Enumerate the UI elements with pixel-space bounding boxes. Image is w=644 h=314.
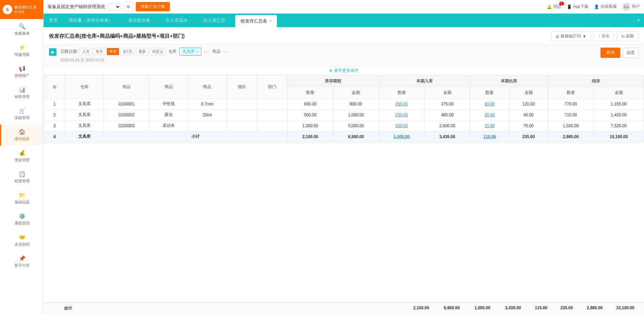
row-project — [227, 110, 257, 120]
subtotal-in-qty-link[interactable]: 1,000.00 — [394, 134, 410, 139]
export-button[interactable]: ↑ 导出 — [594, 31, 614, 41]
closing-group-header: 结存 — [548, 76, 644, 87]
sidebar-item-label: 库存核算 — [15, 136, 30, 142]
main-content: 装备及固定资产辅助管理系统 ⚙ 体验行业方案 🔔 消息 6 📱 App下载 — [44, 0, 644, 314]
opening-amt-header: 金额 — [333, 87, 379, 99]
footer-in-amt: 3,435.00 — [498, 305, 528, 311]
user-label: 用户 — [632, 4, 640, 10]
sidebar-item-operation[interactable]: 📋经营管理 — [0, 167, 43, 188]
notifications-badge: 6 — [559, 2, 564, 5]
sidebar-item-search[interactable]: 🔍搜索菜单 — [0, 19, 43, 40]
goods-more-button[interactable]: ··· — [223, 49, 229, 55]
sidebar-item-sales[interactable]: 📊销售管理 — [0, 82, 43, 103]
tab-close-icon[interactable]: × — [190, 18, 192, 23]
top-bar-right: 🔔 消息 6 📱 App下载 👤 在线客服 Ea 用户 — [547, 3, 640, 11]
tab-batch-account[interactable]: 库存批次账× — [123, 14, 160, 27]
print-template-label: 换模板打印 — [561, 33, 581, 39]
table-row: 1 文具库 0100001 中性笔 0.7mm 600.00 900.00 25… — [44, 99, 644, 110]
system-select[interactable] — [108, 3, 121, 11]
closing-qty-header: 数量 — [548, 87, 594, 99]
table-row: 3 文具库 0100003 采访本 1,000.00 5,000.00 520.… — [44, 120, 644, 131]
export-icon: ↑ — [598, 34, 600, 39]
settings-button[interactable]: ⚙ — [123, 2, 133, 12]
in-qty-link[interactable]: 520.00 — [395, 123, 408, 128]
row-opening-amt: 1,000.00 — [333, 110, 379, 120]
basic-icon: 📁 — [19, 192, 26, 198]
date-btn-本月[interactable]: 本月 — [93, 48, 105, 55]
sidebar-item-system[interactable]: ⚙️系统管理 — [0, 209, 43, 230]
query-button[interactable]: 查询 — [600, 48, 620, 58]
warehouse-more-button[interactable]: ··· — [204, 49, 210, 55]
row-closing-amt: 7,525.00 — [594, 120, 644, 131]
expand-conditions-button[interactable]: ▼ 展开更多条件 — [329, 68, 359, 73]
footer-closing-qty: 2,985.00 — [579, 305, 610, 311]
warehouse-tag: 文具库 × — [179, 48, 201, 55]
date-btn-更多[interactable]: 更多 — [136, 48, 148, 55]
sidebar-item-basic[interactable]: 📁基础信息 — [0, 188, 43, 209]
sidebar-item-purchase[interactable]: 🛒采购管理 — [0, 103, 43, 125]
warehouse-column-header: 仓库 — [65, 76, 104, 99]
warehouse-filter-label: 仓库 — [168, 49, 177, 54]
user-menu-button[interactable]: Ea 用户 — [622, 3, 640, 11]
date-btn-近7天[interactable]: 近7天 — [120, 48, 135, 55]
filter-bar: ▶ 记账日期 上月本月本年近7天更多自定义 仓库 文具库 × — [44, 44, 644, 66]
refresh-button[interactable]: ↻ 刷新 — [617, 31, 639, 41]
tab-inout-flow[interactable]: 出入库流水× — [160, 14, 198, 27]
notifications-button[interactable]: 🔔 消息 6 — [547, 4, 561, 10]
filter-toggle-button[interactable]: ▶ — [49, 48, 56, 56]
enterprise-icon: 🤝 — [19, 234, 26, 241]
date-buttons: 上月本月本年近7天更多自定义 — [80, 48, 166, 55]
footer-closing-amt: 10,100.00 — [610, 305, 641, 311]
online-service-button[interactable]: 👤 在线客服 — [594, 4, 617, 10]
top-bar-left: 装备及固定资产辅助管理系统 ⚙ 体验行业方案 — [48, 2, 170, 12]
quick-nav-icon: ⚡ — [19, 44, 26, 51]
sidebar-item-enterprise[interactable]: 🤝企业协同 — [0, 230, 43, 251]
goods-filter-label: 商品 — [212, 49, 220, 54]
out-qty-link[interactable]: 80.00 — [484, 102, 495, 106]
out-qty-link[interactable]: 20.00 — [484, 113, 495, 117]
page-title: 收发存汇总表(按仓库+商品编码+商品+规格型号+项目+部门) — [49, 33, 185, 39]
tab-close-icon[interactable]: × — [152, 18, 155, 23]
marketing-icon: 📢 — [19, 65, 26, 72]
subtotal-in-amt: 3,435.00 — [425, 131, 470, 142]
sidebar-item-marketing[interactable]: 📢营销推广 — [0, 61, 43, 82]
print-template-button[interactable]: 🖨 换模板打印 ▼ — [551, 31, 591, 41]
sidebar-item-inventory[interactable]: 🏠库存核算 — [0, 125, 43, 146]
filter-settings-button[interactable]: 设置 — [623, 48, 639, 58]
in-qty-link[interactable]: 250.00 — [395, 102, 408, 106]
tab-close-icon[interactable]: × — [269, 19, 271, 23]
sidebar-item-label: 搜索菜单 — [15, 31, 30, 36]
row-closing-qty: 710.00 — [548, 110, 594, 120]
tab-home[interactable]: 首页 — [44, 14, 63, 27]
row-out-amt: 40.00 — [509, 110, 548, 120]
sidebar-item-quick-nav[interactable]: ⚡快捷导航 — [0, 40, 43, 61]
row-goods-code: 0100003 — [104, 120, 149, 131]
subtotal-out-qty-link[interactable]: 115.00 — [483, 134, 496, 139]
warehouse-tag-close[interactable]: × — [196, 49, 198, 54]
tab-label: 现存量（库存分布表） — [69, 17, 113, 23]
row-goods-spec: 20ml — [188, 110, 227, 120]
tab-inout-summary[interactable]: 出入库汇总× — [198, 14, 235, 27]
online-service-label: 在线客服 — [600, 4, 617, 10]
tab-close-icon[interactable]: × — [115, 18, 117, 23]
logo-icon: 6 — [3, 5, 12, 14]
date-btn-本年[interactable]: 本年 — [107, 48, 119, 55]
tab-close-icon[interactable]: × — [227, 18, 230, 23]
row-closing-qty: 770.00 — [548, 99, 594, 110]
tab-inventory-distribution[interactable]: 现存量（库存分布表）× — [63, 14, 123, 27]
out-qty-link[interactable]: 15.00 — [484, 123, 495, 128]
tab-bar-close-button[interactable]: × — [637, 17, 640, 23]
subtotal-label: 小计 — [104, 131, 287, 142]
table-settings-icon[interactable]: ⚙ — [53, 85, 56, 89]
date-btn-自定义[interactable]: 自定义 — [150, 48, 166, 55]
date-btn-上月[interactable]: 上月 — [80, 48, 92, 55]
footer-out-amt: 235.00 — [554, 305, 579, 311]
sidebar-item-finance[interactable]: 💰资金管理 — [0, 146, 43, 167]
expand-row: ▼ 展开更多条件 — [44, 66, 644, 75]
sidebar-item-guide[interactable]: 📌新手引导 — [0, 251, 43, 272]
tab-receive-send-summary[interactable]: 收发存汇总表× — [235, 15, 277, 27]
footer-opening-qty: 2,100.00 — [406, 305, 436, 311]
in-qty-link[interactable]: 230.00 — [395, 113, 408, 117]
trial-button[interactable]: 体验行业方案 — [136, 2, 170, 11]
app-download-button[interactable]: 📱 App下载 — [567, 4, 589, 10]
